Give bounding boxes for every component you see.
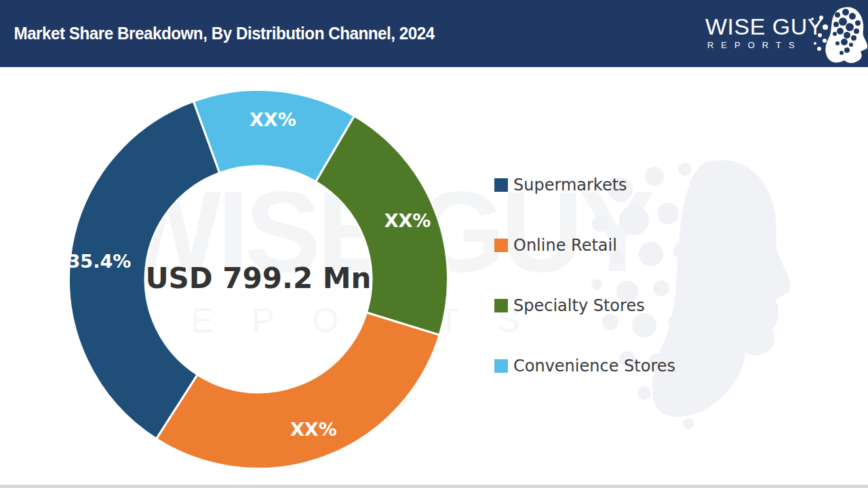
legend-swatch-convenience-stores [494,359,508,373]
legend-swatch-online-retail [494,239,508,252]
legend-label: Supermarkets [513,176,627,195]
slice-percent-label: XX% [290,419,337,440]
legend-label: Convenience Stores [513,357,675,375]
legend-swatch-supermarkets [494,178,508,192]
page: Market Share Breakdown, By Distribution … [0,0,868,488]
logo-face-icon [800,1,868,66]
legend-label: Online Retail [513,236,617,255]
legend-swatch-specialty-stores [494,299,508,312]
header-bar: Market Share Breakdown, By Distribution … [0,0,868,67]
legend-item-specialty-stores[interactable]: Specialty Stores [494,296,675,315]
legend: Supermarkets Online Retail Specialty Sto… [494,176,675,417]
legend-label: Specialty Stores [513,296,645,315]
bottom-strip [0,485,868,488]
page-title: Market Share Breakdown, By Distribution … [0,23,435,44]
brand-logo: WISE GUY REPORTS [692,0,868,67]
legend-item-convenience-stores[interactable]: Convenience Stores [494,357,675,375]
legend-item-supermarkets[interactable]: Supermarkets [494,176,675,195]
slice-percent-label: XX% [250,109,296,130]
donut-center-value: USD 799.2 Mn [145,262,371,295]
legend-item-online-retail[interactable]: Online Retail [494,236,675,255]
slice-percent-label: XX% [384,210,431,231]
donut-segment-online-retail[interactable] [157,312,440,469]
slice-percent-label: 35.4% [68,251,131,272]
